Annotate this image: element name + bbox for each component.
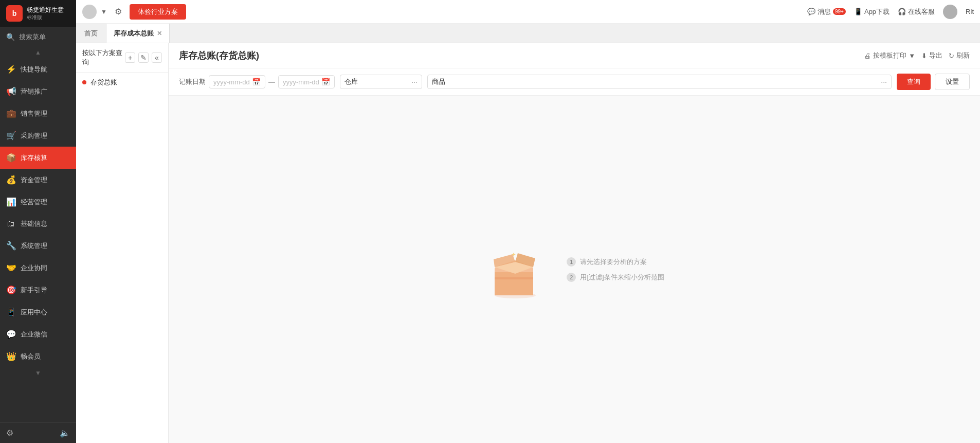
member-icon: 👑 [6,351,15,361]
page-title: 库存总账(存货总账) [179,49,259,62]
scroll-down-arrow[interactable]: ▼ [0,367,76,379]
empty-svg: ✦ [484,239,546,300]
app-name: 畅捷通好生意 [27,6,64,14]
sidebar-item-label: 营销推广 [21,87,47,96]
app-download-label: App下载 [864,7,890,16]
sidebar-item-quick-nav[interactable]: ⚡ 快捷导航 [0,58,76,80]
sidebar-item-label: 应用中心 [21,308,47,317]
home-tab-label: 首页 [84,29,98,38]
search-icon: 🔍 [6,33,15,41]
app-download-item[interactable]: 📱 App下载 [854,7,890,16]
settings-button[interactable]: 设置 [935,74,970,90]
sidebar-item-finance[interactable]: 💰 资金管理 [0,169,76,191]
sidebar-item-basic[interactable]: 🗂 基础信息 [0,213,76,235]
filter-title: 按以下方案查询 [82,48,125,67]
calendar-from-icon: 📅 [252,78,261,86]
goods-select[interactable]: 商品 ··· [427,75,892,89]
industry-btn[interactable]: 体验行业方案 [130,4,186,20]
hint-1-text: 请先选择要分析的方案 [580,257,647,267]
sidebar-item-guide[interactable]: 🎯 新手引导 [0,279,76,301]
sidebar-item-wechat[interactable]: 💬 企业微信 [0,323,76,345]
sales-icon: 💼 [6,109,15,118]
sidebar-footer: ⚙ 🔈 [0,422,76,443]
refresh-icon: ↻ [949,52,954,60]
filter-item-inventory[interactable]: 存货总账 [76,73,168,92]
step-num-1: 1 [567,257,576,267]
header-settings-icon[interactable]: ⚙ [111,5,125,19]
hint-2-text: 用[过滤]条件来缩小分析范围 [580,273,664,282]
date-from-placeholder: yyyy-mm-dd [213,78,250,86]
settings-icon[interactable]: ⚙ [6,428,13,438]
sidebar-item-purchase[interactable]: 🛒 采购管理 [0,125,76,147]
messages-item[interactable]: 💬 消息 99+ [807,7,846,16]
empty-state: ✦ 1 请先选择要分析的方案 [169,96,980,443]
filter-collapse-btn[interactable]: « [152,52,162,63]
business-icon: 📊 [6,197,15,207]
messages-icon: 💬 [807,8,815,15]
sidebar-item-member[interactable]: 👑 畅会员 [0,345,76,367]
quick-nav-icon: ⚡ [6,64,15,74]
filter-add-btn[interactable]: + [125,52,135,63]
online-support-item[interactable]: 🎧 在线客服 [898,7,935,16]
sidebar-item-inventory[interactable]: 📦 库存核算 [0,147,76,169]
enterprise-icon: 🤝 [6,263,15,273]
phone-icon: 📱 [854,8,862,15]
date-to-input[interactable]: yyyy-mm-dd 📅 [278,75,335,88]
sidebar-nav: ▲ ⚡ 快捷导航 📢 营销推广 💼 销售管理 🛒 采购管理 📦 库存核算 💰 资… [0,47,76,422]
sidebar-item-marketing[interactable]: 📢 营销推广 [0,80,76,102]
audio-icon[interactable]: 🔈 [60,428,70,438]
headset-icon: 🎧 [898,8,906,15]
sidebar-item-system[interactable]: 🔧 系统管理 [0,235,76,257]
tab-home[interactable]: 首页 [76,24,106,43]
search-bar: 记账日期 yyyy-mm-dd 📅 — yyyy-mm-dd 📅 [169,68,980,96]
sidebar-item-label: 企业微信 [21,330,47,339]
sidebar-item-label: 资金管理 [21,175,47,185]
tab-close-icon[interactable]: ✕ [157,30,162,37]
print-btn[interactable]: 🖨 按模板打印 ▼ [864,51,915,60]
sidebar-item-label: 采购管理 [21,131,47,140]
basic-icon: 🗂 [6,219,15,228]
date-from-input[interactable]: yyyy-mm-dd 📅 [209,75,265,88]
hint-2: 2 用[过滤]条件来缩小分析范围 [567,273,664,282]
sidebar-item-label: 销售管理 [21,109,47,118]
sidebar-item-label: 经营管理 [21,198,47,207]
empty-illustration: ✦ [484,239,546,300]
header-right: 💬 消息 99+ 📱 App下载 🎧 在线客服 Rit [807,5,974,19]
sidebar-item-app-center[interactable]: 📱 应用中心 [0,301,76,323]
export-btn[interactable]: ⬇ 导出 [921,51,942,60]
sidebar-item-label: 快捷导航 [21,65,47,74]
inventory-icon: 📦 [6,153,15,163]
marketing-icon: 📢 [6,86,15,96]
refresh-btn[interactable]: ↻ 刷新 [949,51,970,60]
warehouse-select[interactable]: 仓库 ··· [340,75,422,89]
filter-edit-btn[interactable]: ✎ [138,52,149,63]
finance-icon: 💰 [6,175,15,185]
goods-label: 商品 [432,77,445,86]
tab-inventory-ledger[interactable]: 库存成本总账 ✕ [106,24,170,43]
print-icon: 🖨 [864,52,871,60]
search-menu-item[interactable]: 🔍 搜索菜单 [0,27,76,47]
user-name: Rit [966,8,974,15]
sidebar-item-business[interactable]: 📊 经营管理 [0,191,76,213]
system-icon: 🔧 [6,241,15,251]
filter-dot [82,80,86,84]
collapse-icon: « [155,54,159,62]
export-label: 导出 [929,51,942,60]
scroll-up-arrow[interactable]: ▲ [0,47,76,58]
query-button[interactable]: 查询 [897,74,931,90]
header-dropdown-button[interactable]: ▼ [101,8,107,15]
filter-header: 按以下方案查询 + ✎ « [76,43,168,73]
empty-hints: 1 请先选择要分析的方案 2 用[过滤]条件来缩小分析范围 [567,257,664,282]
sidebar-item-sales[interactable]: 💼 销售管理 [0,102,76,125]
sidebar-item-label: 畅会员 [21,352,41,361]
sidebar-item-enterprise[interactable]: 🤝 企业协同 [0,257,76,279]
edit-icon: ✎ [140,54,147,62]
sidebar-item-label: 系统管理 [21,241,47,251]
warehouse-label: 仓库 [344,77,358,86]
svg-rect-9 [495,277,533,279]
date-to-placeholder: yyyy-mm-dd [283,78,319,86]
main-area: ▼ ⚙ 体验行业方案 💬 消息 99+ 📱 App下载 🎧 在线客服 Rit [76,0,980,443]
sidebar-item-label: 库存核算 [21,153,47,163]
sidebar-item-label: 基础信息 [21,219,47,228]
user-avatar[interactable] [943,5,957,19]
